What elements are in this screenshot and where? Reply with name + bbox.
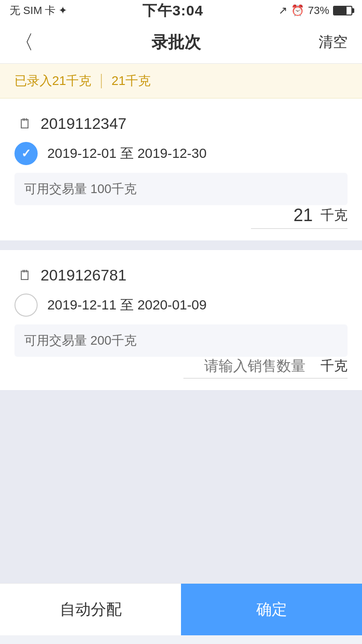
batch2-date-row[interactable]: 2019-12-11 至 2020-01-09 — [14, 294, 348, 317]
batch2-date-range: 2019-12-11 至 2020-01-09 — [47, 296, 207, 314]
battery-icon — [333, 6, 352, 15]
location-icon: ↗ — [278, 4, 287, 17]
gray-area — [0, 390, 362, 583]
batch2-input-wrapper: 千克 — [0, 357, 362, 390]
batch1-amount-wrapper: 21 千克 — [0, 205, 362, 240]
status-bar-time: 下午3:04 — [142, 1, 203, 21]
recorded-amount: 已录入21千克 — [14, 72, 91, 89]
batch1-card: 🗒 2019112347 2019-12-01 至 2019-12-30 可用交… — [0, 98, 362, 205]
back-button[interactable]: 〈 — [14, 29, 43, 56]
batch1-date-range: 2019-12-01 至 2019-12-30 — [47, 144, 207, 163]
batch2-number: 2019126781 — [41, 266, 126, 284]
batch1-radio[interactable] — [14, 142, 38, 165]
batch2-radio[interactable] — [14, 294, 38, 317]
total-amount: 21千克 — [111, 72, 151, 89]
batch1-number: 2019112347 — [41, 115, 126, 133]
page-title: 录批次 — [152, 31, 201, 54]
auto-distribute-button[interactable]: 自动分配 — [0, 584, 181, 635]
batch2-card: 🗒 2019126781 2019-12-11 至 2020-01-09 可用交… — [0, 250, 362, 357]
batch1-underline — [251, 228, 348, 229]
section-divider — [0, 240, 362, 250]
confirm-button[interactable]: 确定 — [181, 584, 362, 635]
batch1-avail: 可用交易量 100千克 — [14, 173, 348, 205]
batch2-input-unit: 千克 — [320, 357, 348, 375]
batch1-amount-row: 21 千克 — [293, 205, 348, 225]
status-bar: 无 SIM 卡 ✦ 下午3:04 ↗ ⏰ 73% — [0, 0, 362, 21]
batch1-header: 🗒 2019112347 — [14, 113, 348, 134]
batch2-input-row[interactable]: 千克 — [158, 357, 348, 375]
status-bar-right: ↗ ⏰ 73% — [278, 4, 352, 17]
status-bar-left: 无 SIM 卡 ✦ — [10, 3, 67, 18]
batch1-date-row[interactable]: 2019-12-01 至 2019-12-30 — [14, 142, 348, 165]
batch2-qty-input[interactable] — [158, 358, 313, 374]
batch2-underline — [183, 378, 348, 378]
banner-divider — [101, 74, 102, 88]
battery-label: 73% — [308, 4, 329, 17]
batch2-icon: 🗒 — [14, 265, 36, 286]
clear-button[interactable]: 清空 — [309, 32, 348, 52]
bottom-bar: 自动分配 确定 — [0, 583, 362, 635]
batch1-amount-value: 21 — [293, 205, 313, 225]
batch2-header: 🗒 2019126781 — [14, 265, 348, 286]
batch1-amount-unit: 千克 — [320, 206, 348, 224]
alarm-icon: ⏰ — [291, 4, 304, 17]
nav-bar: 〈 录批次 清空 — [0, 21, 362, 64]
sim-label: 无 SIM 卡 ✦ — [10, 3, 67, 18]
info-banner: 已录入21千克 21千克 — [0, 64, 362, 98]
batch1-icon: 🗒 — [14, 113, 36, 134]
batch2-avail: 可用交易量 200千克 — [14, 324, 348, 357]
